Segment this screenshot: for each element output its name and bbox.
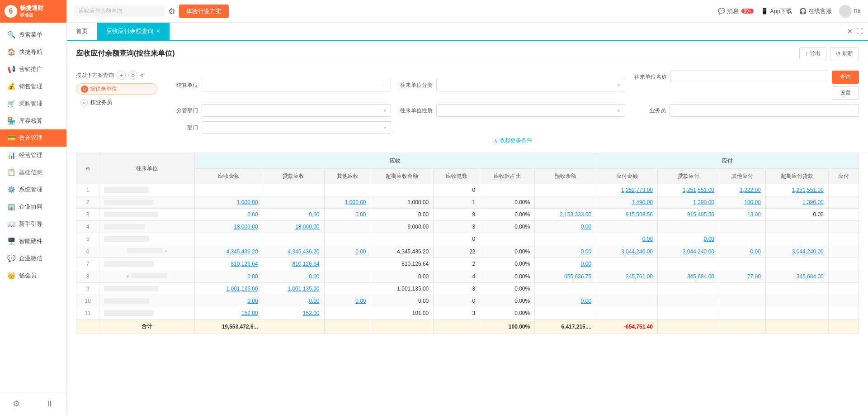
tab-ar-ap[interactable]: 应收应付余额查询 ✕ — [97, 23, 170, 40]
ap-overdue-cell[interactable]: 1,390.00 — [765, 196, 828, 209]
advance-cell[interactable]: 2,153,333.00 — [535, 209, 596, 221]
partner-cell — [99, 196, 194, 209]
col-ar-group-header: 应收 — [194, 153, 596, 169]
sidebar-item-system[interactable]: ⚙️ 系统管理 — [0, 181, 66, 198]
filter-collapse-arrow[interactable]: « — [140, 72, 143, 78]
ap-loan-cell[interactable]: 1,251,551.00 — [658, 184, 719, 196]
ar-other-cell[interactable]: 0.00 — [324, 295, 371, 307]
sidebar-item-quick-nav[interactable]: 🏠 快捷导航 — [0, 43, 66, 61]
settings-footer-btn[interactable]: ⚙ — [10, 396, 23, 411]
ap-loan-cell[interactable]: 3,044,240.00 — [658, 245, 719, 258]
ap-overdue-cell[interactable]: 345,684.00 — [765, 270, 828, 283]
ar-loan-cell[interactable]: 4,345,436.20 — [263, 245, 324, 258]
ap-amount-cell[interactable]: 1,252,773.00 — [596, 184, 658, 196]
user-item[interactable]: Rit — [839, 5, 861, 18]
ap-amount-cell[interactable]: 3,044,240.00 — [596, 245, 658, 258]
ar-amount-cell[interactable]: 0.00 — [194, 270, 263, 283]
partner-nature-input[interactable]: ▼ — [436, 104, 625, 117]
ap-amount-cell[interactable]: 915,508.56 — [596, 209, 658, 221]
tab-close-icon[interactable]: ✕ — [156, 28, 160, 34]
ap-other-cell[interactable]: 77.00 — [719, 270, 765, 283]
tab-home[interactable]: 首页 — [67, 23, 97, 40]
sidebar-item-guide[interactable]: 📖 新手引导 — [0, 215, 66, 233]
app-download-item[interactable]: 📱 App下载 — [761, 7, 792, 15]
scheme-by-partner[interactable]: ⊙ 按往来单位 — [76, 83, 157, 95]
ar-loan-cell[interactable]: 0.00 — [263, 209, 324, 221]
ar-loan-cell[interactable]: 18,000.00 — [263, 221, 324, 233]
filter-add-button[interactable]: + — [117, 71, 126, 80]
ap-amount-cell[interactable]: 1,490.00 — [596, 196, 658, 209]
sidebar-item-finance[interactable]: 💳 资金管理 — [0, 129, 66, 147]
ar-amount-cell[interactable]: 810,126.64 — [194, 258, 263, 270]
ap-loan-cell[interactable]: 0.00 — [658, 233, 719, 245]
advance-cell[interactable]: 0.00 — [535, 258, 596, 270]
notification-item[interactable]: 💬 消息 99+ — [718, 7, 754, 15]
ap-other-cell[interactable]: 13.00 — [719, 209, 765, 221]
scheme-by-salesman[interactable]: ○ 按业务员 — [76, 97, 157, 108]
sidebar-item-wechat[interactable]: 💬 企业微信 — [0, 250, 66, 267]
sidebar-item-sales[interactable]: 💰 销售管理 — [0, 78, 66, 95]
ar-amount-cell[interactable]: 1,001,135.00 — [194, 283, 263, 295]
ar-other-cell[interactable]: 0.00 — [324, 245, 371, 258]
header-gear-icon[interactable]: ⚙ — [168, 6, 175, 16]
ap-other-cell[interactable]: 0.00 — [719, 245, 765, 258]
ap-amount-cell[interactable]: 0.00 — [596, 233, 658, 245]
ap-loan-cell[interactable]: 915,495.56 — [658, 209, 719, 221]
ar-loan-cell[interactable]: 1,001,135.00 — [263, 283, 324, 295]
collapse-footer-btn[interactable]: ⏸ — [43, 396, 57, 411]
ar-amount-cell[interactable]: 18,000.00 — [194, 221, 263, 233]
online-service-item[interactable]: 🎧 在线客服 — [799, 7, 832, 15]
tab-close-all-icon[interactable]: ✕ — [847, 28, 853, 35]
filter-edit-button[interactable]: ⊙ — [128, 71, 137, 80]
ap-other-cell[interactable]: 1,222.00 — [719, 184, 765, 196]
sidebar-item-hardware[interactable]: 🖥️ 智能硬件 — [0, 233, 66, 250]
ar-amount-cell[interactable]: 1,000.00 — [194, 196, 263, 209]
advance-cell[interactable]: 0.00 — [535, 295, 596, 307]
collapse-button[interactable]: ∧ 收起更多条件 — [166, 134, 859, 147]
ar-loan-cell[interactable]: 0.00 — [263, 295, 324, 307]
tab-expand-icon[interactable]: ⛶ — [856, 28, 863, 35]
ar-loan-cell[interactable]: 152.00 — [263, 307, 324, 320]
ap-amount-cell[interactable]: 345,761.00 — [596, 270, 658, 283]
sidebar-item-member[interactable]: 👑 畅会员 — [0, 267, 66, 284]
sidebar-item-marketing[interactable]: 📢 营销推广 — [0, 61, 66, 78]
sidebar-item-search[interactable]: 🔍 搜索菜单 — [0, 26, 66, 43]
partner-cell — [99, 283, 194, 295]
trial-button[interactable]: 体验行业方案 — [179, 5, 229, 18]
ar-amount-cell[interactable]: 0.00 — [194, 209, 263, 221]
sidebar-item-basic[interactable]: 📋 基础信息 — [0, 164, 66, 181]
ar-amount-cell[interactable]: 4,345,436.20 — [194, 245, 263, 258]
ap-loan-cell[interactable]: 345,684.00 — [658, 270, 719, 283]
dept-input[interactable]: ▼ — [202, 121, 391, 134]
sidebar-item-inventory[interactable]: 🏪 库存核算 — [0, 112, 66, 129]
setting-button[interactable]: 设置 — [832, 86, 859, 100]
page-header: 应收应付余额查询(按往来单位) ↑ 导出 ↺ 刷新 — [67, 41, 868, 65]
col-gear[interactable]: ⚙ — [76, 153, 99, 184]
refresh-button[interactable]: ↺ 刷新 — [830, 47, 859, 60]
partner-name-input[interactable] — [670, 71, 828, 83]
ap-loan-cell[interactable]: 1,390.00 — [658, 196, 719, 209]
query-button[interactable]: 查询 — [832, 71, 859, 84]
partner-cat-input[interactable]: ▼ — [436, 79, 625, 91]
table-gear-icon[interactable]: ⚙ — [85, 166, 90, 172]
dept-manager-input[interactable]: ▼ — [202, 104, 391, 117]
ap-overdue-cell[interactable]: 3,044,240.00 — [765, 245, 828, 258]
ar-other-cell[interactable]: 0.00 — [324, 209, 371, 221]
advance-cell[interactable]: 0.00 — [535, 221, 596, 233]
ar-amount-cell[interactable]: 0.00 — [194, 295, 263, 307]
ap-overdue-cell[interactable]: 1,251,551.00 — [765, 184, 828, 196]
sidebar-item-purchase[interactable]: 🛒 采购管理 — [0, 95, 66, 112]
salesman-input[interactable]: ··· — [670, 104, 859, 117]
settlement-input[interactable]: ··· — [202, 79, 391, 91]
ar-loan-cell[interactable]: 0.00 — [263, 270, 324, 283]
ar-amount-cell[interactable]: 152.00 — [194, 307, 263, 320]
ar-other-cell[interactable]: 1,000.00 — [324, 196, 371, 209]
advance-cell[interactable]: 0.00 — [535, 245, 596, 258]
sidebar-item-business[interactable]: 📊 经营管理 — [0, 147, 66, 164]
export-button[interactable]: ↑ 导出 — [799, 47, 826, 60]
advance-cell[interactable]: 655,636.75 — [535, 270, 596, 283]
ar-loan-cell[interactable]: 810,126.64 — [263, 258, 324, 270]
ap-other-cell[interactable]: 100.00 — [719, 196, 765, 209]
footer-label: 合计 — [99, 320, 194, 334]
sidebar-item-corp[interactable]: 🏢 企业协同 — [0, 198, 66, 215]
